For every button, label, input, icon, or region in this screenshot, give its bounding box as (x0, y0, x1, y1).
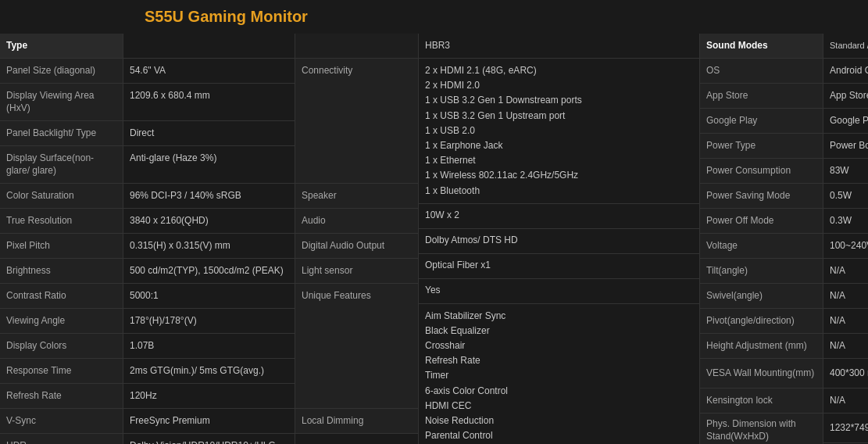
label-phys-dim-stand: Phys. Dimension with Stand(WxHxD) (700, 414, 823, 444)
col5-labels: Sound Modes OS App Store Google Play Pow… (700, 34, 823, 444)
label-refresh-rate: Refresh Rate (0, 384, 123, 409)
label-digital-audio: Digital Audio Output (295, 234, 418, 259)
val-light-sensor: Yes (419, 279, 699, 304)
label-tilt: Tilt(angle) (700, 259, 823, 284)
label-power-saving: Power Saving Mode (700, 184, 823, 209)
val-app-store: App Store (823, 84, 868, 109)
label-os: OS (700, 59, 823, 84)
val-color-sat: 96% DCI-P3 / 140% sRGB (123, 184, 295, 209)
label-unique-features: Unique Features (295, 284, 418, 409)
val-vesa: 400*300 mm (823, 359, 868, 388)
val-surface: Anti-glare (Haze 3%) (123, 146, 295, 184)
val-voltage: 100~240Vac (823, 234, 868, 259)
val-display-area: 1209.6 x 680.4 mm (123, 84, 295, 121)
val-audio: Dolby Atmos/ DTS HD (419, 229, 699, 254)
label-brightness: Brightness (0, 259, 123, 284)
label-power-type: Power Type (700, 134, 823, 159)
val-speaker: 10W x 2 (419, 204, 699, 229)
val-height-adj: N/A (823, 334, 868, 359)
val-power-type: Power Board Build-in (823, 134, 868, 159)
val-connectivity: 2 x HDMI 2.1 (48G, eARC) 2 x HDMI 2.0 1 … (419, 59, 699, 204)
col1-header: Type (0, 34, 123, 59)
label-vesa: VESA Wall Mounting(mm) (700, 359, 823, 388)
label-resolution: True Resolution (0, 209, 123, 234)
label-display-area: Display Viewing Area (HxV) (0, 84, 123, 121)
label-surface: Display Surface(non-glare/ glare) (0, 146, 123, 184)
label-pixel-pitch: Pixel Pitch (0, 234, 123, 259)
label-hdr: HDR (0, 434, 123, 444)
label-pivot: Pivot(angle/direction) (700, 309, 823, 334)
label-viewing-angle: Viewing Angle (0, 309, 123, 334)
label-power-consumption: Power Consumption (700, 159, 823, 184)
col4-values: HBR3 2 x HDMI 2.1 (48G, eARC) 2 x HDMI 2… (419, 34, 700, 444)
val-vsync: FreeSync Premium (123, 409, 295, 434)
val-panel-size: 54.6" VA (123, 59, 295, 84)
label-vsync: V-Sync (0, 409, 123, 434)
label-display-colors: Display Colors (0, 334, 123, 359)
label-google-play: Google Play (700, 109, 823, 134)
page-title: S55U Gaming Monitor (0, 0, 868, 34)
label-audio: Audio (295, 209, 418, 234)
val-tilt: N/A (823, 259, 868, 284)
val-refresh-rate: 120Hz (123, 384, 295, 409)
val-display-colors: 1.07B (123, 334, 295, 359)
col1-labels: Type Panel Size (diagonal) Display Viewi… (0, 34, 123, 444)
val-resolution: 3840 x 2160(QHD) (123, 209, 295, 234)
label-app-store: App Store (700, 84, 823, 109)
label-local-dimming: Local Dimming (295, 409, 418, 434)
col2-header (123, 34, 295, 59)
label-power-off: Power Off Mode (700, 209, 823, 234)
label-connectivity: Connectivity (295, 59, 418, 184)
col5-header: Sound Modes (700, 34, 823, 59)
val-viewing-angle: 178°(H)/178°(V) (123, 309, 295, 334)
label-height-adj: Height Adjustment (mm) (700, 334, 823, 359)
label-response-time: Response Time (0, 359, 123, 384)
val-kensington: N/A (823, 388, 868, 414)
label-voltage: Voltage (700, 234, 823, 259)
val-phys-dim-stand: 1232*749*309mm (823, 414, 868, 443)
col3-labels: Connectivity Speaker Audio Digital Audio… (295, 34, 419, 444)
val-backlight: Direct (123, 121, 295, 146)
spec-table: Type Panel Size (diagonal) Display Viewi… (0, 34, 868, 444)
val-hdr: Dolby Vision/HDR10/HDR10+/HLG (123, 434, 295, 444)
val-contrast: 5000:1 (123, 284, 295, 309)
val-power-consumption: 83W (823, 159, 868, 184)
val-pivot: N/A (823, 309, 868, 334)
label-speaker: Speaker (295, 184, 418, 209)
val-os: Android OS (with Google Assistant) (823, 59, 868, 84)
col6-header: Standard / Movie / Sports / Music / Spee… (823, 34, 868, 59)
label-swivel: Swivel(angle) (700, 284, 823, 309)
col6-values: Standard / Movie / Sports / Music / Spee… (823, 34, 868, 444)
label-color-sat: Color Saturation (0, 184, 123, 209)
val-power-off: 0.3W (823, 209, 868, 234)
label-kensington: Kensington lock (700, 388, 823, 414)
label-light-sensor: Light sensor (295, 259, 418, 284)
val-unique-features: Aim Stabilizer Sync Black Equalizer Cros… (419, 304, 699, 444)
val-digital-audio: Optical Fiber x1 (419, 254, 699, 279)
val-brightness: 500 cd/m2(TYP), 1500cd/m2 (PEAK) (123, 259, 295, 284)
label-backlight: Panel Backlight/ Type (0, 121, 123, 146)
label-panel-size: Panel Size (diagonal) (0, 59, 123, 84)
col2-values: 54.6" VA 1209.6 x 680.4 mm Direct Anti-g… (123, 34, 295, 444)
val-google-play: Google Play (823, 109, 868, 134)
val-pixel-pitch: 0.315(H) x 0.315(V) mm (123, 234, 295, 259)
label-contrast: Contrast Ratio (0, 284, 123, 309)
val-response-time: 2ms GTG(min.)/ 5ms GTG(avg.) (123, 359, 295, 384)
val-power-saving: 0.5W (823, 184, 868, 209)
col4-header: HBR3 (419, 34, 699, 59)
col3-header (295, 34, 418, 59)
val-swivel: N/A (823, 284, 868, 309)
